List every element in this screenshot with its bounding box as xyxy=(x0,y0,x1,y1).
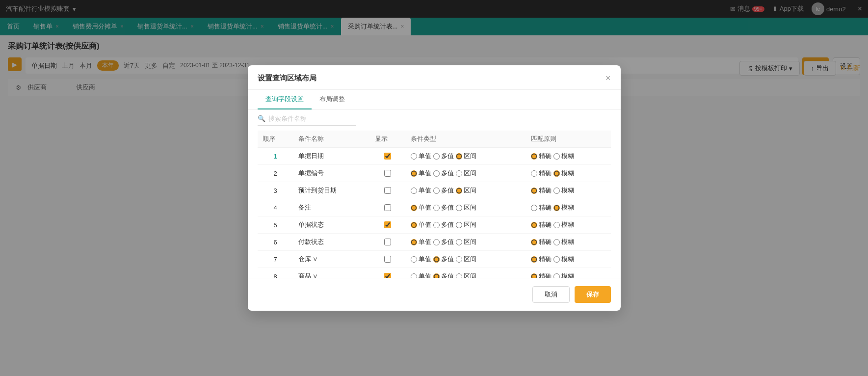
type-range-radio[interactable] xyxy=(456,256,462,263)
type-single-label[interactable]: 单值 xyxy=(411,272,431,278)
type-range-label[interactable]: 区间 xyxy=(456,272,476,278)
type-range-radio[interactable] xyxy=(456,170,462,177)
type-range-radio[interactable] xyxy=(456,153,462,160)
modal-search-area: 🔍 xyxy=(248,110,621,131)
match-exact-radio[interactable] xyxy=(531,153,537,160)
match-fuzzy-radio[interactable] xyxy=(553,188,560,194)
type-single-radio[interactable] xyxy=(411,273,417,278)
type-single-radio[interactable] xyxy=(411,222,417,228)
type-range-label[interactable]: 区间 xyxy=(456,152,476,161)
match-fuzzy-label[interactable]: 模糊 xyxy=(553,272,574,278)
type-single-label[interactable]: 单值 xyxy=(411,220,431,229)
type-multi-label[interactable]: 多值 xyxy=(433,152,454,161)
type-multi-label[interactable]: 多值 xyxy=(433,220,454,229)
match-exact-label[interactable]: 精确 xyxy=(531,186,552,195)
type-multi-label[interactable]: 多值 xyxy=(433,255,454,264)
type-single-label[interactable]: 单值 xyxy=(411,186,431,195)
type-multi-radio[interactable] xyxy=(433,170,440,177)
type-range-label[interactable]: 区间 xyxy=(456,238,476,246)
type-multi-radio[interactable] xyxy=(433,153,440,160)
match-fuzzy-label[interactable]: 模糊 xyxy=(553,220,574,229)
match-exact-radio[interactable] xyxy=(531,205,537,211)
show-checkbox[interactable] xyxy=(384,187,391,194)
match-exact-label[interactable]: 精确 xyxy=(531,152,552,161)
type-range-label[interactable]: 区间 xyxy=(456,220,476,229)
match-exact-radio[interactable] xyxy=(531,273,537,278)
match-fuzzy-label[interactable]: 模糊 xyxy=(553,255,574,264)
type-multi-label[interactable]: 多值 xyxy=(433,272,454,278)
show-checkbox[interactable] xyxy=(384,170,391,177)
show-checkbox[interactable] xyxy=(384,204,391,211)
match-exact-label[interactable]: 精确 xyxy=(531,169,552,178)
match-fuzzy-radio[interactable] xyxy=(553,153,560,160)
show-checkbox[interactable] xyxy=(384,153,391,160)
match-fuzzy-radio[interactable] xyxy=(553,205,560,211)
type-single-radio[interactable] xyxy=(411,188,417,194)
show-checkbox[interactable] xyxy=(384,273,391,278)
show-checkbox[interactable] xyxy=(384,221,391,228)
type-multi-radio[interactable] xyxy=(433,188,440,194)
show-checkbox[interactable] xyxy=(384,256,391,263)
row-name: 单据状态 xyxy=(293,216,370,234)
match-fuzzy-label[interactable]: 模糊 xyxy=(553,169,574,178)
match-exact-label[interactable]: 精确 xyxy=(531,220,552,229)
type-multi-label[interactable]: 多值 xyxy=(433,169,454,178)
type-range-radio[interactable] xyxy=(456,239,462,245)
match-fuzzy-label[interactable]: 模糊 xyxy=(553,203,574,212)
type-multi-radio[interactable] xyxy=(433,239,440,245)
match-exact-label[interactable]: 精确 xyxy=(531,255,552,264)
match-fuzzy-radio[interactable] xyxy=(553,222,560,228)
type-single-label[interactable]: 单值 xyxy=(411,255,431,264)
type-range-radio[interactable] xyxy=(456,205,462,211)
match-fuzzy-label[interactable]: 模糊 xyxy=(553,238,574,246)
match-exact-label[interactable]: 精确 xyxy=(531,272,552,278)
type-range-label[interactable]: 区间 xyxy=(456,255,476,264)
match-fuzzy-label[interactable]: 模糊 xyxy=(553,152,574,161)
table-row: 6付款状态 单值 多值 区间 精确 模糊 xyxy=(258,234,611,251)
type-range-radio[interactable] xyxy=(456,188,462,194)
type-multi-label[interactable]: 多值 xyxy=(433,238,454,246)
modal-close-button[interactable]: × xyxy=(605,73,611,83)
type-range-label[interactable]: 区间 xyxy=(456,203,476,212)
match-exact-radio[interactable] xyxy=(531,170,537,177)
modal-table-scroll[interactable]: 顺序 条件名称 显示 条件类型 匹配原则 1单据日期 单值 多值 区间 精确 模… xyxy=(258,131,611,278)
type-range-label[interactable]: 区间 xyxy=(456,186,476,195)
type-multi-label[interactable]: 多值 xyxy=(433,186,454,195)
type-single-radio[interactable] xyxy=(411,205,417,211)
row-type: 单值 多值 区间 xyxy=(406,165,526,182)
match-fuzzy-radio[interactable] xyxy=(553,170,560,177)
type-range-label[interactable]: 区间 xyxy=(456,169,476,178)
cancel-button[interactable]: 取消 xyxy=(532,286,570,303)
search-input[interactable] xyxy=(268,115,347,122)
type-multi-radio[interactable] xyxy=(433,205,440,211)
type-single-label[interactable]: 单值 xyxy=(411,238,431,246)
table-row: 2单据编号 单值 多值 区间 精确 模糊 xyxy=(258,165,611,182)
match-exact-radio[interactable] xyxy=(531,188,537,194)
match-exact-radio[interactable] xyxy=(531,239,537,245)
show-checkbox[interactable] xyxy=(384,239,391,245)
type-range-radio[interactable] xyxy=(456,273,462,278)
type-range-radio[interactable] xyxy=(456,222,462,228)
match-exact-label[interactable]: 精确 xyxy=(531,238,552,246)
type-single-label[interactable]: 单值 xyxy=(411,152,431,161)
type-single-label[interactable]: 单值 xyxy=(411,203,431,212)
match-fuzzy-radio[interactable] xyxy=(553,273,560,278)
type-single-radio[interactable] xyxy=(411,153,417,160)
match-fuzzy-radio[interactable] xyxy=(553,256,560,263)
type-single-radio[interactable] xyxy=(411,256,417,263)
type-single-radio[interactable] xyxy=(411,170,417,177)
modal-tab-query-fields[interactable]: 查询字段设置 xyxy=(258,90,312,109)
type-multi-radio[interactable] xyxy=(433,273,440,278)
match-fuzzy-label[interactable]: 模糊 xyxy=(553,186,574,195)
type-single-radio[interactable] xyxy=(411,239,417,245)
type-multi-radio[interactable] xyxy=(433,256,440,263)
modal-tab-layout[interactable]: 布局调整 xyxy=(312,90,353,109)
match-exact-radio[interactable] xyxy=(531,222,537,228)
match-fuzzy-radio[interactable] xyxy=(553,239,560,245)
save-button[interactable]: 保存 xyxy=(575,286,611,303)
match-exact-label[interactable]: 精确 xyxy=(531,203,552,212)
type-single-label[interactable]: 单值 xyxy=(411,169,431,178)
match-exact-radio[interactable] xyxy=(531,256,537,263)
type-multi-label[interactable]: 多值 xyxy=(433,203,454,212)
type-multi-radio[interactable] xyxy=(433,222,440,228)
